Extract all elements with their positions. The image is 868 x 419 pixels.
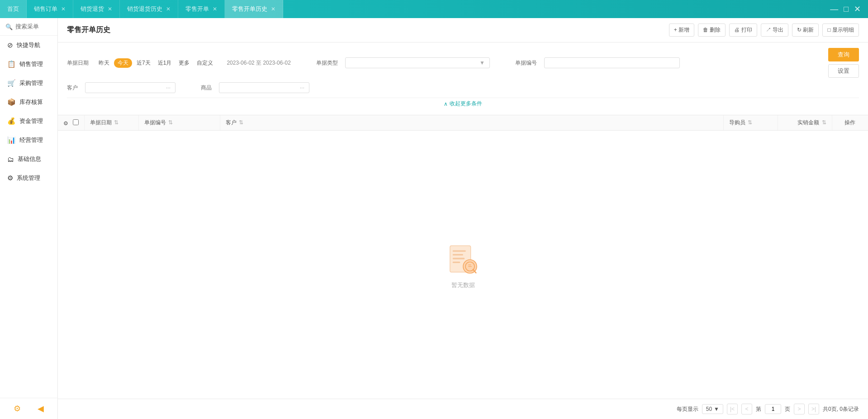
table-area: ⚙ 单据日期 ⇅ 单据编号 ⇅: [58, 115, 868, 399]
sidebar-icon: 🛒: [7, 79, 16, 87]
filter-row-2: 客户 ··· 商品 ···: [67, 82, 859, 93]
data-table: ⚙ 单据日期 ⇅ 单据编号 ⇅: [58, 115, 868, 131]
sidebar-item-采购管理[interactable]: 🛒采购管理: [0, 74, 57, 93]
filter-area: 单据日期 昨天今天近7天近1月更多自定义 2023-06-02 至 2023-0…: [58, 42, 868, 115]
th-amount[interactable]: 实销金额 ⇅: [778, 115, 832, 131]
select-all-checkbox[interactable]: [73, 119, 79, 125]
last-page-button[interactable]: >|: [808, 404, 819, 414]
prev-page-button[interactable]: <: [741, 404, 752, 414]
tab-close-icon[interactable]: ✕: [166, 6, 171, 12]
close-window-button[interactable]: ✕: [854, 4, 861, 14]
tab-label: 零售开单历史: [232, 5, 267, 13]
sidebar-item-经营管理[interactable]: 📊经营管理: [0, 131, 57, 150]
sidebar-item-系统管理[interactable]: ⚙系统管理: [0, 169, 57, 188]
tab-首页[interactable]: 首页: [0, 0, 27, 18]
date-option-近7天[interactable]: 近7天: [134, 58, 153, 68]
query-actions: 查询 设置: [828, 48, 859, 78]
print-button[interactable]: 🖨 打印: [729, 24, 757, 37]
tab-close-icon[interactable]: ✕: [271, 6, 275, 12]
tab-销售订单[interactable]: 销售订单✕: [27, 0, 73, 18]
tab-label: 首页: [7, 5, 19, 13]
sort-amount-icon: ⇅: [822, 119, 826, 126]
sidebar-icon: 💰: [7, 117, 16, 125]
chevron-up-icon: ∧: [444, 101, 448, 107]
goods-label: 商品: [201, 84, 212, 92]
sidebar-item-label: 采购管理: [19, 79, 43, 87]
pagination: 每页显示 50 ▼ |< < 第 页 > >| 共0页, 0条记录: [58, 399, 868, 419]
sidebar-item-label: 基础信息: [18, 155, 41, 163]
per-page-select[interactable]: 50 ▼: [702, 404, 723, 414]
goods-more-icon[interactable]: ···: [300, 85, 304, 91]
per-page-value: 50: [706, 406, 712, 412]
sidebar-icon: 📋: [7, 60, 16, 68]
sidebar-icon: 🗂: [7, 155, 14, 163]
date-option-昨天[interactable]: 昨天: [96, 58, 112, 68]
doc-no-input[interactable]: [544, 57, 680, 68]
customer-more-icon[interactable]: ···: [166, 85, 171, 91]
minimize-button[interactable]: —: [830, 5, 838, 14]
export-button[interactable]: ↗ 导出: [761, 24, 788, 37]
settings-icon[interactable]: ⚙: [14, 404, 21, 414]
add-button[interactable]: + 新增: [669, 24, 694, 37]
sidebar-item-资金管理[interactable]: 💰资金管理: [0, 112, 57, 131]
goods-input[interactable]: ···: [219, 82, 309, 93]
sidebar-icon: ⚙: [7, 174, 13, 182]
sort-date-icon: ⇅: [114, 119, 119, 126]
date-filter-label: 单据日期: [67, 59, 89, 67]
tab-label: 零售开单: [185, 5, 209, 13]
th-salesperson-label: 导购员: [729, 119, 745, 126]
th-docno[interactable]: 单据编号 ⇅: [139, 115, 220, 131]
sidebar-item-销售管理[interactable]: 📋销售管理: [0, 55, 57, 74]
next-page-button[interactable]: >: [794, 404, 805, 414]
customer-input[interactable]: ···: [85, 82, 175, 93]
date-options: 昨天今天近7天近1月更多自定义: [96, 58, 216, 68]
tab-销货退货[interactable]: 销货退货✕: [73, 0, 120, 18]
th-date[interactable]: 单据日期 ⇅: [85, 115, 139, 131]
tab-close-icon[interactable]: ✕: [61, 6, 66, 12]
collapse-label: 收起更多条件: [450, 100, 482, 108]
svg-rect-2: [452, 254, 463, 255]
doc-type-select[interactable]: ▼: [345, 57, 490, 68]
tab-销货退货历史[interactable]: 销货退货历史✕: [120, 0, 178, 18]
tab-close-icon[interactable]: ✕: [108, 6, 112, 12]
first-page-button[interactable]: |<: [727, 404, 738, 414]
collapse-sidebar-icon[interactable]: ◀: [38, 404, 44, 414]
gear-settings-icon[interactable]: ⚙: [63, 120, 68, 127]
per-page-label: 每页显示: [677, 405, 698, 413]
top-bar: 首页销售订单✕销货退货✕销货退货历史✕零售开单✕零售开单历史✕ — □ ✕: [0, 0, 868, 18]
th-ops: 操作: [832, 115, 868, 131]
sidebar-search-label: 搜索采单: [15, 23, 39, 31]
sidebar-search[interactable]: 🔍 搜索采单: [0, 18, 57, 36]
th-customer[interactable]: 客户 ⇅: [220, 115, 723, 131]
date-option-近1月[interactable]: 近1月: [155, 58, 175, 68]
date-option-今天[interactable]: 今天: [114, 58, 132, 68]
page-actions: + 新增🗑 删除🖨 打印↗ 导出↻ 刷新□ 显示明细: [669, 24, 859, 37]
delete-button[interactable]: 🗑 删除: [698, 24, 726, 37]
sidebar-item-label: 库存核算: [19, 98, 43, 106]
collapse-button[interactable]: ∧ 收起更多条件: [67, 98, 859, 109]
svg-rect-4: [452, 261, 460, 263]
date-option-更多[interactable]: 更多: [176, 58, 192, 68]
th-salesperson[interactable]: 导购员 ⇅: [723, 115, 778, 131]
tab-零售开单历史[interactable]: 零售开单历史✕: [225, 0, 283, 18]
refresh-button[interactable]: ↻ 刷新: [792, 24, 819, 37]
window-actions: — □ ✕: [823, 4, 868, 14]
page-number-input[interactable]: [765, 404, 781, 414]
settings-button[interactable]: 设置: [828, 64, 859, 78]
sort-docno-icon: ⇅: [168, 119, 173, 126]
empty-state: 暂无数据: [58, 131, 868, 399]
date-option-自定义[interactable]: 自定义: [194, 58, 216, 68]
maximize-button[interactable]: □: [844, 5, 849, 14]
query-button[interactable]: 查询: [828, 48, 859, 61]
sidebar-item-库存核算[interactable]: 📦库存核算: [0, 93, 57, 112]
detail-button[interactable]: □ 显示明细: [822, 24, 859, 37]
sort-customer-icon: ⇅: [239, 119, 243, 126]
tab-close-icon[interactable]: ✕: [213, 6, 217, 12]
sidebar-item-基础信息[interactable]: 🗂基础信息: [0, 150, 57, 169]
svg-rect-1: [452, 250, 465, 251]
per-page-arrow-icon: ▼: [714, 406, 719, 412]
sidebar-item-快捷导航[interactable]: ⊘快捷导航: [0, 36, 57, 55]
customer-label: 客户: [67, 84, 78, 92]
tab-label: 销售订单: [34, 5, 57, 13]
tab-零售开单[interactable]: 零售开单✕: [178, 0, 225, 18]
